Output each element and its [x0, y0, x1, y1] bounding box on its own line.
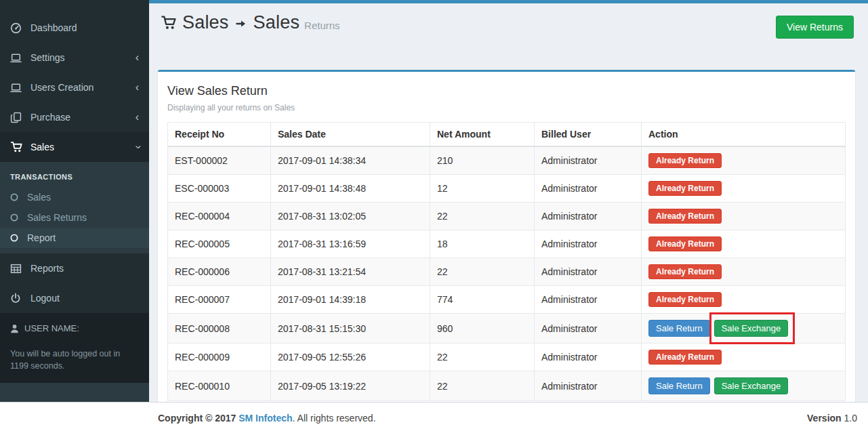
cell-net-amount: 774: [430, 286, 535, 314]
already-return-button[interactable]: Already Return: [648, 181, 722, 196]
sale-exchange-button[interactable]: Sale Exchange: [714, 377, 788, 394]
cart-icon: [10, 141, 24, 153]
sale-return-button[interactable]: Sale Return: [648, 377, 710, 394]
sidebar-item-label: Users Creation: [30, 82, 94, 93]
breadcrumb-current: Sales: [253, 12, 300, 33]
sidebar-item-reports[interactable]: Reports: [0, 253, 149, 283]
column-header-action: Action: [642, 123, 846, 147]
submenu-item-label: Sales Returns: [27, 212, 87, 223]
sidebar-item-label: Logout: [30, 293, 60, 304]
submenu-item-label: Report: [27, 232, 56, 243]
cell-billed-user: Administrator: [535, 258, 642, 286]
cell-actions: Already Return: [642, 146, 846, 175]
already-return-button[interactable]: Already Return: [648, 350, 722, 365]
cell-net-amount: 960: [430, 314, 535, 344]
cell-receipt-no: REC-000009: [168, 344, 271, 371]
table-row: REC-0000092017-09-05 12:55:2622Administr…: [168, 344, 846, 371]
submenu-item-sales-returns[interactable]: Sales Returns: [0, 207, 149, 228]
cell-billed-user: Administrator: [535, 175, 642, 203]
circle-icon: [10, 193, 21, 201]
table-row: REC-0000102017-09-05 13:19:2222Administr…: [168, 371, 846, 401]
sales-return-panel: View Sales Return Displaying all your re…: [158, 70, 855, 409]
user-icon: [10, 324, 19, 333]
already-return-button[interactable]: Already Return: [648, 209, 722, 224]
cell-billed-user: Administrator: [535, 371, 642, 401]
sidebar-item-label: Purchase: [30, 112, 70, 123]
user-panel: USER NAME: You will be auto logged out i…: [0, 313, 149, 383]
table-row: REC-0000062017-08-31 13:21:5422Administr…: [168, 258, 846, 286]
circle-icon: [10, 213, 21, 222]
highlight-annotation: Sale Exchange: [714, 320, 788, 337]
copyright-text: Copyright © 2017 SM Infotech. All rights…: [158, 413, 376, 424]
cell-actions: Already Return: [642, 344, 846, 371]
table-row: REC-0000052017-08-31 13:16:5918Administr…: [168, 230, 846, 258]
cell-receipt-no: REC-000004: [168, 203, 271, 230]
cell-net-amount: 22: [430, 371, 535, 401]
circle-icon: [10, 234, 21, 242]
chevron-left-icon: ‹: [136, 112, 139, 123]
cell-net-amount: 18: [430, 230, 535, 258]
chevron-left-icon: ‹: [136, 52, 139, 63]
already-return-button[interactable]: Already Return: [648, 236, 722, 251]
cart-icon: [161, 15, 176, 30]
cell-sales-date: 2017-09-05 12:55:26: [271, 344, 430, 371]
version-text: Version 1.0: [807, 413, 857, 424]
cell-sales-date: 2017-09-05 13:19:22: [271, 371, 430, 401]
power-icon: [10, 293, 24, 304]
already-return-button[interactable]: Already Return: [648, 264, 722, 279]
cell-net-amount: 22: [430, 203, 535, 230]
sidebar: Dashboard Settings ‹ Users Creation ‹ Pu…: [0, 0, 149, 402]
submenu-item-report[interactable]: Report: [0, 228, 149, 248]
company-link[interactable]: SM Infotech: [239, 413, 292, 424]
cell-billed-user: Administrator: [535, 230, 642, 258]
cell-sales-date: 2017-08-31 15:15:30: [271, 314, 430, 344]
sidebar-item-users-creation[interactable]: Users Creation ‹: [0, 73, 149, 102]
cell-sales-date: 2017-08-31 13:21:54: [271, 258, 430, 286]
auto-logout-note: You will be auto logged out in 1199 seco…: [10, 348, 139, 372]
cell-receipt-no: REC-000005: [168, 230, 271, 258]
cell-billed-user: Administrator: [535, 344, 642, 371]
column-header-net-amount: Net Amount: [430, 123, 535, 147]
table-icon: [10, 263, 24, 274]
dashboard-icon: [10, 22, 24, 34]
laptop-icon: [10, 82, 24, 94]
cell-actions: Already Return: [642, 258, 846, 286]
cell-actions: Already Return: [642, 203, 846, 230]
table-body: EST-0000022017-09-01 14:38:34210Administ…: [168, 146, 846, 401]
table-row: EST-0000022017-09-01 14:38:34210Administ…: [168, 146, 846, 175]
sidebar-item-label: Sales: [30, 142, 54, 152]
cell-actions: Already Return: [642, 175, 846, 203]
breadcrumb-parent[interactable]: Sales: [182, 12, 229, 33]
breadcrumb-arrow-icon: [236, 19, 247, 28]
column-header-sales-date: Sales Date: [271, 123, 430, 147]
cell-net-amount: 210: [430, 146, 535, 175]
cell-receipt-no: EST-000002: [168, 146, 271, 175]
user-name-label: USER NAME:: [24, 323, 79, 333]
sale-return-button[interactable]: Sale Return: [648, 320, 710, 337]
copy-icon: [10, 112, 24, 123]
cell-actions: Sale ReturnSale Exchange: [642, 371, 846, 401]
sidebar-item-logout[interactable]: Logout: [0, 283, 149, 313]
panel-title: View Sales Return: [167, 84, 846, 98]
cell-sales-date: 2017-08-31 13:16:59: [271, 230, 430, 258]
sidebar-item-sales[interactable]: Sales ‹: [0, 132, 149, 162]
sidebar-item-purchase[interactable]: Purchase ‹: [0, 102, 149, 132]
sidebar-filler: [0, 383, 149, 402]
sidebar-item-settings[interactable]: Settings ‹: [0, 43, 149, 73]
laptop-icon: [10, 52, 24, 64]
sales-submenu: TRANSACTIONS Sales Sales Returns Report: [0, 162, 149, 253]
sale-exchange-button[interactable]: Sale Exchange: [714, 320, 788, 337]
already-return-button[interactable]: Already Return: [648, 153, 722, 168]
sidebar-item-dashboard[interactable]: Dashboard: [0, 13, 149, 43]
cell-sales-date: 2017-08-31 13:02:05: [271, 203, 430, 230]
view-returns-button[interactable]: View Returns: [776, 16, 854, 39]
column-header-receipt-no: Receipt No: [168, 123, 271, 147]
already-return-button[interactable]: Already Return: [648, 292, 722, 307]
submenu-item-sales[interactable]: Sales: [0, 187, 149, 207]
cell-billed-user: Administrator: [535, 286, 642, 314]
sales-returns-table: Receipt No Sales Date Net Amount Billed …: [167, 122, 846, 401]
cell-receipt-no: REC-000008: [168, 314, 271, 344]
main-content: Sales Sales Returns View Returns View Sa…: [149, 0, 868, 402]
chevron-down-icon: ‹: [131, 145, 142, 148]
cell-receipt-no: REC-000007: [168, 286, 271, 314]
